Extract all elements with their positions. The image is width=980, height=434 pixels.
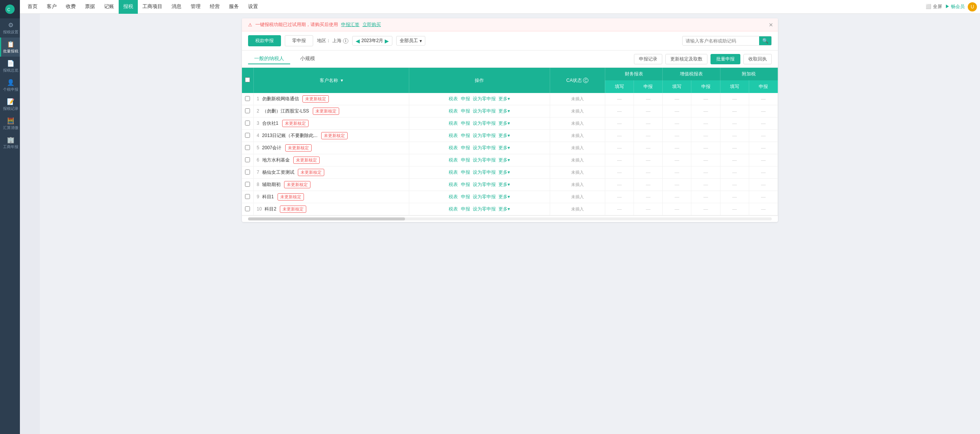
tax-form-link[interactable]: 税表 (449, 108, 458, 114)
batch-declare-btn[interactable]: 批量申报 (710, 54, 740, 64)
set-zero-link[interactable]: 设为零申报 (473, 108, 496, 114)
row-checkbox-5[interactable] (245, 145, 250, 150)
nav-tax[interactable]: 报税 (119, 0, 138, 14)
set-zero-link[interactable]: 设为零申报 (473, 121, 496, 126)
set-zero-link[interactable]: 设为零申报 (473, 182, 496, 187)
row-index: 1 (257, 96, 260, 101)
tax-form-link[interactable]: 税表 (449, 157, 458, 163)
client-name-cell: 3 合伙社1 未更新核定 (253, 117, 409, 130)
set-zero-link[interactable]: 设为零申报 (473, 157, 496, 163)
tax-declaration-tab[interactable]: 税款申报 (248, 35, 281, 46)
nav-service[interactable]: 服务 (224, 0, 243, 14)
declare-link[interactable]: 申报 (461, 170, 470, 175)
sidebar-item-batch-tax[interactable]: 📋 批量报税 (0, 38, 20, 57)
row-checkbox-1[interactable] (245, 96, 250, 101)
declare-link[interactable]: 申报 (461, 157, 470, 163)
declare-link[interactable]: 申报 (461, 96, 470, 101)
declare-link[interactable]: 申报 (461, 108, 470, 114)
nav-clients[interactable]: 客户 (42, 0, 61, 14)
nav-accounting[interactable]: 记账 (100, 0, 119, 14)
scroll-track[interactable] (248, 217, 772, 220)
nav-billing[interactable]: 收费 (61, 0, 80, 14)
general-taxpayer-tab[interactable]: 一般的纳税人 (248, 54, 290, 64)
set-zero-link[interactable]: 设为零申报 (473, 194, 496, 199)
nav-messages[interactable]: 消息 (167, 0, 186, 14)
row-checkbox-7[interactable] (245, 170, 250, 175)
ca-status-value: 未插入 (571, 170, 584, 175)
more-link[interactable]: 更多▾ (498, 96, 510, 101)
ca-status-cell: 未插入 (550, 203, 605, 215)
tax-form-link[interactable]: 税表 (449, 194, 458, 199)
nav-invoices[interactable]: 票据 (80, 0, 100, 14)
tax-form-link[interactable]: 税表 (449, 96, 458, 101)
small-scale-tab[interactable]: 小规模 (294, 54, 321, 64)
member-btn[interactable]: ▶ 畅会员 (945, 3, 965, 10)
row-checkbox-8[interactable] (245, 182, 250, 187)
select-all-checkbox[interactable] (245, 77, 250, 82)
row-checkbox-10[interactable] (245, 206, 250, 211)
nav-management[interactable]: 管理 (186, 0, 205, 14)
sidebar-item-business-report[interactable]: 🏢 工商年报 (0, 133, 20, 152)
declare-link[interactable]: 申报 (461, 145, 470, 150)
nav-home[interactable]: 首页 (23, 0, 42, 14)
more-link[interactable]: 更多▾ (498, 194, 510, 199)
row-checkbox-6[interactable] (245, 157, 250, 162)
update-quota-btn[interactable]: 更新核定及取数 (665, 54, 707, 64)
sidebar-item-tax-settings[interactable]: ⚙ 报税设置 (0, 18, 20, 38)
declare-link[interactable]: 申报 (461, 121, 470, 126)
set-zero-link[interactable]: 设为零申报 (473, 206, 496, 212)
notice-close-btn[interactable]: ✕ (769, 22, 773, 28)
tax-form-link[interactable]: 税表 (449, 121, 458, 126)
set-zero-link[interactable]: 设为零申报 (473, 170, 496, 175)
sidebar-item-tax-overview[interactable]: 📄 报税总览 (0, 57, 20, 76)
fin-sub-cell: — (634, 203, 663, 215)
sidebar-item-settlement[interactable]: 🧮 汇算清缴 (0, 114, 20, 133)
prev-month-btn[interactable]: ◀ (356, 38, 360, 44)
more-link[interactable]: 更多▾ (498, 170, 510, 175)
declare-link[interactable]: 申报 (461, 194, 470, 199)
declaration-records-btn[interactable]: 申报记录 (634, 54, 662, 64)
nav-operations[interactable]: 经营 (205, 0, 224, 14)
add-sub-cell: — (749, 130, 777, 142)
sidebar-item-personal-tax[interactable]: 👤 个税申报 (0, 76, 20, 95)
region-info-icon[interactable]: ℹ (343, 38, 348, 44)
more-link[interactable]: 更多▾ (498, 206, 510, 212)
more-link[interactable]: 更多▾ (498, 157, 510, 163)
tax-form-link[interactable]: 税表 (449, 133, 458, 138)
notice-link-declaration[interactable]: 申报汇签 (341, 21, 359, 28)
more-link[interactable]: 更多▾ (498, 182, 510, 187)
set-zero-link[interactable]: 设为零申报 (473, 145, 496, 150)
user-avatar[interactable]: U (968, 2, 977, 11)
scroll-thumb[interactable] (248, 217, 405, 220)
zero-declaration-tab[interactable]: 零申报 (285, 35, 313, 46)
declare-link[interactable]: 申报 (461, 206, 470, 212)
row-checkbox-3[interactable] (245, 121, 250, 126)
ca-info-icon[interactable]: C (583, 78, 588, 83)
more-link[interactable]: 更多▾ (498, 108, 510, 114)
nav-settings[interactable]: 设置 (243, 0, 263, 14)
tax-form-link[interactable]: 税表 (449, 145, 458, 150)
horizontal-scrollbar[interactable] (242, 215, 778, 222)
notice-link-purchase[interactable]: 立即购买 (363, 21, 381, 28)
more-link[interactable]: 更多▾ (498, 145, 510, 150)
staff-selector[interactable]: 全部员工 ▾ (396, 36, 425, 46)
search-button[interactable]: 🔍 (759, 36, 771, 45)
set-zero-link[interactable]: 设为零申报 (473, 133, 496, 138)
set-zero-link[interactable]: 设为零申报 (473, 96, 496, 101)
search-input[interactable] (683, 37, 759, 45)
collect-receipt-btn[interactable]: 收取回执 (743, 54, 772, 64)
next-month-btn[interactable]: ▶ (385, 38, 389, 44)
fullscreen-btn[interactable]: ⬜ 全屏 (926, 3, 942, 10)
declare-link[interactable]: 申报 (461, 182, 470, 187)
sidebar-item-tax-records[interactable]: 📝 报税记录 (0, 95, 20, 114)
nav-business[interactable]: 工商项目 (138, 0, 167, 14)
row-checkbox-2[interactable] (245, 108, 250, 113)
row-checkbox-9[interactable] (245, 194, 250, 199)
declare-link[interactable]: 申报 (461, 133, 470, 138)
more-link[interactable]: 更多▾ (498, 121, 510, 126)
tax-form-link[interactable]: 税表 (449, 170, 458, 175)
row-checkbox-4[interactable] (245, 133, 250, 138)
tax-form-link[interactable]: 税表 (449, 206, 458, 212)
tax-form-link[interactable]: 税表 (449, 182, 458, 187)
more-link[interactable]: 更多▾ (498, 133, 510, 138)
